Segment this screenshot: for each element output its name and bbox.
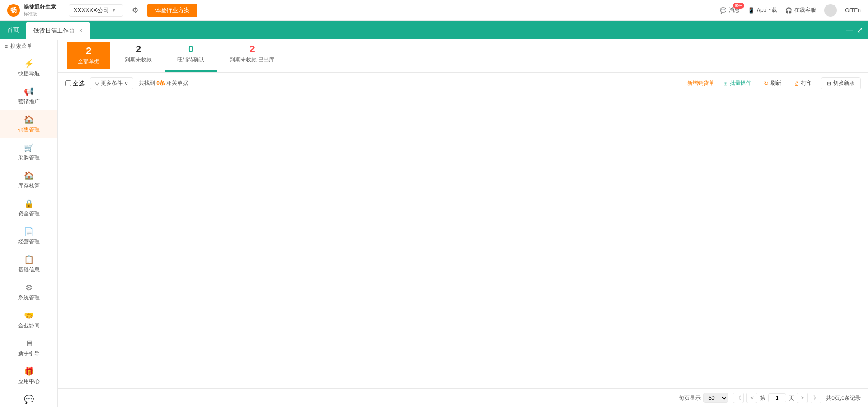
main-layout: ≡ 搜索菜单 ⚡ 快捷导航 📢 营销推广 🏠 销售管理 🛒 采购管理 🏠 库存核… [0, 39, 868, 407]
stats-tabs: 2 全部单据 2 到期未收款 0 旺铺待确认 2 到期未收款 已出 [58, 39, 868, 72]
page-navigation: 《 < 第 页 > 》 [733, 393, 821, 403]
stats-tabs-container: 2 全部单据 2 到期未收款 0 旺铺待确认 2 到期未收款 已出 [58, 39, 868, 73]
caigou-icon: 🛒 [24, 143, 34, 153]
app-download-button[interactable]: 📱 App下载 [748, 6, 777, 14]
page-input[interactable] [768, 393, 786, 402]
stats-tab-overdue[interactable]: 2 到期未收款 [112, 39, 165, 72]
app-download-label: App下载 [757, 6, 777, 14]
first-page-button[interactable]: 《 [733, 393, 744, 403]
sidebar-item-zijin[interactable]: 🔒 资金管理 [0, 194, 57, 222]
new-order-label: + 新增销货单 [683, 80, 714, 87]
zijin-icon: 🔒 [24, 199, 34, 209]
print-button[interactable]: 🖨 打印 [790, 78, 816, 89]
sidebar-item-yingyong[interactable]: 🎁 应用中心 [0, 362, 57, 390]
sidebar-item-weixin[interactable]: 💬 企业微信 [0, 390, 57, 407]
stats-shipped-label: 到期未收款 已出库 [230, 56, 274, 64]
app-download-icon: 📱 [748, 7, 755, 14]
last-page-icon: 》 [813, 394, 819, 402]
new-order-button[interactable]: + 新增销货单 [683, 80, 714, 87]
per-page-label: 每页显示 [679, 394, 701, 402]
next-page-icon: > [801, 395, 804, 401]
content-area: 2 全部单据 2 到期未收款 0 旺铺待确认 2 到期未收款 已出 [58, 39, 868, 407]
tab-close-icon[interactable]: × [79, 28, 82, 34]
stats-tab-all[interactable]: 2 全部单据 [67, 42, 110, 69]
sidebar-item-caigou[interactable]: 🛒 采购管理 [0, 138, 57, 166]
page-suffix: 页 [789, 394, 794, 402]
toolbar-left: 全选 ▽ 更多条件 ∨ 共找到 0条 相关单据 [65, 77, 677, 89]
online-service-label: 在线客服 [794, 6, 816, 14]
avatar-name: OfTEn [845, 7, 861, 14]
sidebar-item-yingxiao[interactable]: 📢 营销推广 [0, 82, 57, 110]
print-label: 打印 [801, 80, 812, 87]
sidebar-item-jichu[interactable]: 📋 基础信息 [0, 250, 57, 278]
minimize-icon[interactable]: — [846, 26, 853, 34]
sidebar-item-xinshou[interactable]: 🖥 新手引导 [0, 334, 57, 362]
first-page-icon: 《 [736, 394, 741, 402]
settings-icon[interactable]: ⚙ [128, 4, 142, 17]
message-button[interactable]: 💬 消息 99+ [720, 6, 740, 14]
yingxiao-icon: 📢 [24, 87, 34, 97]
top-header: 畅 畅捷通好生意 标准版 XXXXXX公司 ▼ ⚙ 体验行业方案 💬 消息 99… [0, 0, 868, 21]
company-name: XXXXXX公司 [74, 6, 109, 14]
tab-home[interactable]: 首页 [0, 21, 26, 39]
per-page-select[interactable]: 50 100 200 [703, 393, 728, 403]
active-tab-label: 钱货日清工作台 [33, 27, 75, 35]
stats-pending-label: 旺铺待确认 [177, 56, 204, 64]
toolbar: 全选 ▽ 更多条件 ∨ 共找到 0条 相关单据 + 新增销货单 ⊞ [58, 73, 868, 94]
prev-page-button[interactable]: < [746, 393, 757, 403]
per-page-selector: 每页显示 50 100 200 [679, 393, 728, 403]
select-all-input[interactable] [65, 80, 71, 86]
stats-overdue-num: 2 [136, 43, 141, 55]
message-icon: 💬 [720, 7, 726, 14]
last-page-button[interactable]: 》 [811, 393, 821, 403]
header-center: ⚙ 体验行业方案 [128, 4, 720, 17]
refresh-icon: ↻ [764, 80, 769, 87]
xinshou-icon: 🖥 [25, 339, 33, 348]
sidebar-item-kuaijie[interactable]: ⚡ 快捷导航 [0, 54, 57, 82]
select-all-checkbox[interactable]: 全选 [65, 80, 85, 88]
tab-qinghuori[interactable]: 钱货日清工作台 × [26, 22, 90, 40]
batch-label: 批量操作 [730, 80, 751, 87]
switch-label: 切换新版 [833, 80, 855, 87]
avatar[interactable] [824, 4, 837, 17]
switch-icon: ⊟ [827, 80, 831, 87]
company-selector[interactable]: XXXXXX公司 ▼ [69, 4, 123, 17]
found-count: 0条 [156, 80, 165, 86]
stats-all-label: 全部单据 [78, 58, 99, 65]
refresh-button[interactable]: ↻ 刷新 [760, 78, 785, 89]
search-menu-label: 搜索菜单 [10, 42, 32, 50]
tab-bar: 首页 钱货日清工作台 × — ⤢ [0, 21, 868, 39]
try-plan-button[interactable]: 体验行业方案 [147, 4, 197, 17]
search-menu-item[interactable]: ≡ 搜索菜单 [0, 39, 57, 54]
message-badge: 99+ [733, 3, 744, 9]
next-page-button[interactable]: > [797, 393, 808, 403]
online-service-button[interactable]: 🎧 在线客服 [785, 6, 816, 14]
sidebar-item-xitong[interactable]: ⚙ 系统管理 [0, 278, 57, 306]
filter-label: 更多条件 [101, 80, 123, 87]
batch-icon: ⊞ [723, 80, 728, 87]
jingying-icon: 📄 [24, 227, 34, 237]
stats-pending-num: 0 [188, 43, 193, 55]
app-subtitle: 标准版 [24, 11, 56, 17]
sidebar-item-kucun[interactable]: 🏠 库存核算 [0, 166, 57, 194]
sidebar-item-xiaoshou[interactable]: 🏠 销售管理 [0, 110, 57, 138]
prev-page-icon: < [750, 395, 754, 401]
sidebar-item-jingying[interactable]: 📄 经营管理 [0, 222, 57, 250]
search-icon: ≡ [5, 43, 8, 50]
weixin-icon: 💬 [24, 394, 34, 404]
stats-tab-pending[interactable]: 0 旺铺待确认 [165, 39, 217, 72]
batch-operation-button[interactable]: ⊞ 批量操作 [720, 78, 755, 89]
maximize-icon[interactable]: ⤢ [857, 26, 863, 34]
kuaijie-icon: ⚡ [24, 59, 34, 69]
filter-icon: ▽ [95, 80, 99, 87]
toolbar-right: + 新增销货单 ⊞ 批量操作 ↻ 刷新 🖨 打印 ⊟ 切换新版 [683, 77, 861, 89]
filter-button[interactable]: ▽ 更多条件 ∨ [90, 77, 133, 89]
stats-shipped-num: 2 [250, 43, 255, 55]
sidebar-item-qiye[interactable]: 🤝 企业协同 [0, 306, 57, 334]
switch-version-button[interactable]: ⊟ 切换新版 [821, 77, 861, 89]
stats-tab-shipped[interactable]: 2 到期未收款 已出库 [217, 39, 287, 72]
kucun-icon: 🏠 [24, 171, 34, 181]
jichu-icon: 📋 [24, 255, 34, 265]
logo-area: 畅 畅捷通好生意 标准版 [7, 4, 65, 17]
xiaoshou-icon: 🏠 [24, 115, 34, 125]
